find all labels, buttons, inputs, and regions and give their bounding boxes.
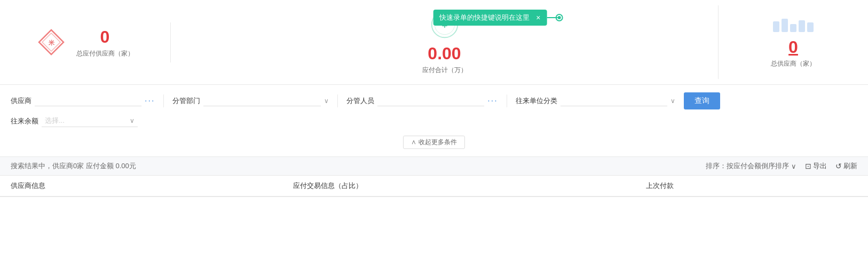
filter-row-1: 供应商 ··· 分管部门 ∨ 分管人员 ··· 往来单位分类 ∨ 查询 [11, 92, 857, 109]
unit-category-input[interactable] [561, 96, 667, 106]
svg-rect-9 [799, 20, 805, 32]
shortcut-tooltip-text: 快速录单的快捷键说明在这里 [439, 13, 530, 22]
col-payment-header: 上次付款 [646, 181, 858, 191]
table-body [0, 197, 868, 275]
divider-2 [337, 95, 338, 107]
department-label: 分管部门 [172, 96, 200, 106]
sort-label: 排序：按应付会额倒序排序 [706, 161, 789, 171]
collapse-bar: ∧ 收起更多条件 [11, 132, 857, 154]
unit-category-arrow[interactable]: ∨ [670, 97, 675, 105]
logo-diamond-icon: 米 [37, 28, 66, 57]
sort-arrow-icon: ∨ [791, 162, 796, 170]
department-filter-group: 分管部门 ∨ [172, 96, 329, 106]
export-label: 导出 [813, 161, 827, 171]
unit-category-label: 往来单位分类 [516, 96, 557, 106]
balance-filter-group: 往来余额 选择... ∨ [11, 115, 138, 127]
refresh-icon: ↺ [835, 162, 842, 170]
balance-select[interactable]: 选择... ∨ [42, 115, 138, 127]
balance-placeholder: 选择... [45, 116, 65, 125]
result-info: 搜索结果中，供应商0家 应付金额 0.00元 [11, 161, 136, 171]
col-transaction-header: 应付交易信息（占比） [293, 181, 646, 191]
data-table: 供应商信息 应付交易信息（占比） 上次付款 [0, 176, 868, 275]
refresh-label: 刷新 [843, 161, 857, 171]
svg-rect-10 [807, 22, 814, 32]
col-supplier-header: 供应商信息 [11, 181, 293, 191]
summary-bar: 米 0 总应付供应商（家） ¥ 0.00 应付合计（万） 快速录单的快捷键说明在… [0, 0, 868, 85]
divider-3 [507, 95, 507, 107]
manager-input[interactable] [377, 96, 484, 106]
svg-rect-7 [782, 19, 788, 32]
unit-category-filter-group: 往来单位分类 ∨ [516, 96, 675, 106]
svg-rect-6 [773, 21, 779, 32]
department-input[interactable] [203, 96, 321, 106]
chart-icon [772, 16, 815, 34]
svg-text:米: 米 [48, 40, 54, 46]
total-suppliers-number: 0 [788, 37, 798, 57]
result-bar: 搜索结果中，供应商0家 应付金额 0.00元 排序：按应付会额倒序排序 ∨ ⊡ … [0, 157, 868, 176]
manager-dots[interactable]: ··· [487, 96, 498, 106]
shortcut-tooltip: 快速录单的快捷键说明在这里 × [433, 10, 547, 26]
result-actions: 排序：按应付会额倒序排序 ∨ ⊡ 导出 ↺ 刷新 [706, 161, 857, 171]
svg-rect-8 [790, 24, 796, 32]
export-icon: ⊡ [805, 162, 811, 170]
payable-suppliers-label: 总应付供应商（家） [76, 49, 134, 58]
supplier-filter-group: 供应商 ··· [11, 96, 155, 106]
export-button[interactable]: ⊡ 导出 [805, 161, 827, 171]
filter-row-2: 往来余额 选择... ∨ [11, 115, 857, 127]
department-arrow[interactable]: ∨ [324, 97, 329, 105]
payable-total-number: 0.00 [428, 43, 461, 64]
table-header: 供应商信息 应付交易信息（占比） 上次付款 [0, 176, 868, 197]
collapse-button[interactable]: ∧ 收起更多条件 [403, 136, 464, 149]
payable-suppliers-number: 0 [100, 27, 110, 47]
summary-payable-total: ¥ 0.00 应付合计（万） 快速录单的快捷键说明在这里 × [171, 5, 719, 79]
sort-dropdown[interactable]: 排序：按应付会额倒序排序 ∨ [706, 161, 796, 171]
supplier-label: 供应商 [11, 96, 31, 106]
tooltip-dot [556, 15, 562, 20]
manager-label: 分管人员 [346, 96, 374, 106]
payable-total-label: 应付合计（万） [422, 66, 467, 75]
supplier-dots[interactable]: ··· [145, 96, 155, 106]
total-suppliers-label: 总供应商（家） [771, 59, 816, 68]
filter-area: 供应商 ··· 分管部门 ∨ 分管人员 ··· 往来单位分类 ∨ 查询 [0, 85, 868, 157]
summary-payable-suppliers: 米 0 总应付供应商（家） [0, 22, 171, 62]
manager-filter-group: 分管人员 ··· [346, 96, 498, 106]
supplier-input[interactable] [35, 96, 141, 106]
tooltip-close-btn[interactable]: × [536, 13, 540, 22]
summary-total-suppliers: 0 总供应商（家） [719, 12, 868, 73]
balance-arrow: ∨ [130, 117, 135, 124]
divider-1 [163, 95, 164, 107]
balance-label: 往来余额 [11, 116, 38, 126]
query-button[interactable]: 查询 [684, 92, 720, 109]
refresh-button[interactable]: ↺ 刷新 [835, 161, 857, 171]
